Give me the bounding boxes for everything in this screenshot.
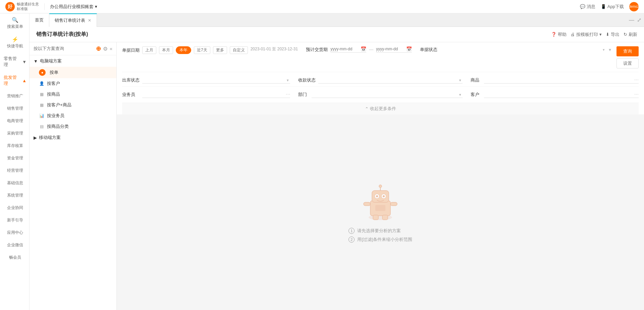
sidebar-item-marketing[interactable]: 营销推广: [0, 90, 29, 102]
sidebar-item-purchase[interactable]: 采购管理: [0, 127, 29, 140]
refresh-btn[interactable]: ↻ 刷新: [624, 32, 637, 38]
sidebar-item-inventory[interactable]: 库存核算: [0, 140, 29, 152]
shipment-status-select[interactable]: [142, 77, 290, 84]
sidebar-item-system[interactable]: 系统管理: [0, 189, 29, 202]
collapse-filter-btn[interactable]: ⌃ 收起更多条件: [122, 103, 639, 114]
sidebar-item-basic[interactable]: 基础信息: [0, 177, 29, 189]
product-input[interactable]: [484, 77, 632, 82]
delivery-date-from: 📅: [330, 46, 366, 53]
sidebar-item-enterprise[interactable]: 企业协同: [0, 202, 29, 214]
scheme-section-pc: ▼ 电脑端方案 ● 按单 👤 按客户 ▦ 按商: [30, 55, 116, 132]
filter-section: 单据日期 上月 本月 本年 近7天 更多 自定义 2023-01-01 至 20…: [117, 42, 644, 114]
scheme-item-by-category[interactable]: ▤ 按商品分类: [30, 121, 116, 132]
date-btn-more[interactable]: 更多: [213, 46, 227, 54]
date-btn-last-7-days[interactable]: 近7天: [194, 46, 210, 54]
settings-button[interactable]: 设置: [616, 58, 639, 68]
date-btn-this-month[interactable]: 本月: [159, 46, 173, 54]
sidebar-item-member[interactable]: 畅会员: [0, 251, 29, 264]
scheme-item-by-customer[interactable]: 👤 按客户: [30, 78, 116, 89]
tab-expand-icon[interactable]: ⤢: [637, 17, 641, 23]
customer-label: 客户: [471, 92, 481, 98]
scheme-item-by-cust-prod[interactable]: ▦ 按客户+商品: [30, 100, 116, 110]
empty-tips: 1 请先选择要分析的方案 2 用[过滤]条件来缩小分析范围: [348, 228, 412, 243]
inner-content: 按以下方案查询 ⊕ ⚙ « ▼ 电脑端方案 ●: [30, 42, 644, 310]
customer-dots-btn[interactable]: ···: [634, 92, 639, 97]
salesman-input[interactable]: [142, 92, 283, 97]
sidebar-item-wechat[interactable]: 企业微信: [0, 239, 29, 251]
settings-scheme-icon[interactable]: ⚙: [103, 46, 108, 52]
delivery-date-label: 预计交货期: [306, 47, 328, 53]
scheme-item-by-salesman[interactable]: 📊 按业务员: [30, 110, 116, 121]
print-icon: 🖨: [571, 32, 575, 37]
scheme-item-by-product[interactable]: ▦ 按商品: [30, 89, 116, 100]
date-btn-this-year[interactable]: 本年: [176, 46, 191, 54]
content-area: 首页 销售订单统计表 ✕ — ⤢ 销售订单统计表(按单) ❓ 帮助: [30, 13, 644, 310]
quicknav-icon: ⚡: [12, 36, 18, 43]
salesman-cell: 业务员 ···: [122, 90, 294, 99]
sidebar-item-appcenter[interactable]: 应用中心: [0, 226, 29, 239]
sidebar-item-wholesale[interactable]: 批发管理 ▲: [0, 71, 29, 90]
filter-row-2: 出库状态 ▾ 收款状态: [122, 72, 639, 86]
empty-tip-1: 1 请先选择要分析的方案: [348, 228, 412, 234]
empty-tip-2: 2 用[过滤]条件来缩小分析范围: [348, 237, 412, 243]
sidebar-item-operations[interactable]: 经营管理: [0, 164, 29, 177]
date-btn-custom[interactable]: 自定义: [230, 46, 248, 54]
page-title: 销售订单统计表(按单): [36, 31, 88, 38]
sidebar-item-ecommerce[interactable]: 电商管理: [0, 115, 29, 127]
sidebar-item-quicknav[interactable]: ⚡ 快捷导航: [0, 33, 29, 52]
template-print-btn[interactable]: 🖨 按模板打印 ▾: [571, 32, 602, 38]
download-icon: 📱: [601, 4, 606, 9]
scheme-item-by-order[interactable]: ● 按单: [30, 67, 116, 78]
calendar-icon-from: 📅: [361, 46, 366, 52]
tip-num-2: 2: [348, 237, 355, 243]
doc-status-select[interactable]: [440, 46, 606, 53]
workspace-selector[interactable]: 办公用品行业模拟账套 ▾: [50, 4, 97, 10]
scheme-section-mobile: ▶ 移动端方案: [30, 132, 116, 143]
delivery-from-input[interactable]: [330, 47, 361, 51]
export-icon: ⬇: [606, 32, 609, 37]
salesman-dots-btn[interactable]: ···: [286, 92, 290, 97]
sidebar-item-newbie[interactable]: 新手引导: [0, 214, 29, 226]
customer-input[interactable]: [484, 92, 632, 97]
tab-sales-order-stat[interactable]: 销售订单统计表 ✕: [49, 13, 97, 27]
user-avatar[interactable]: demo2: [629, 2, 639, 11]
delivery-to-input[interactable]: [376, 47, 406, 51]
tab-home[interactable]: 首页: [30, 13, 49, 27]
payment-status-select[interactable]: [318, 77, 462, 84]
print-arrow-icon: ▾: [599, 32, 602, 37]
shipment-status-wrapper: ▾: [142, 77, 290, 84]
select-expand-icon: ▾: [609, 47, 611, 52]
product-cell: 商品 ···: [467, 75, 639, 86]
svg-point-6: [383, 195, 385, 197]
scheme-section-mobile-title[interactable]: ▶ 移动端方案: [30, 132, 116, 143]
sidebar-item-finance[interactable]: 资金管理: [0, 152, 29, 164]
tab-close-icon[interactable]: ✕: [88, 18, 91, 23]
payment-status-cell: 收款状态 ▾: [294, 75, 466, 86]
tab-minimize-icon[interactable]: —: [629, 17, 634, 23]
tip-num-1: 1: [348, 228, 355, 234]
scheme-section-pc-title[interactable]: ▼ 电脑端方案: [30, 55, 116, 67]
dept-select[interactable]: [312, 91, 462, 98]
customer-input-wrapper: ···: [484, 92, 639, 98]
sidebar-item-retail[interactable]: 零售管理 ▼: [0, 52, 29, 71]
add-scheme-icon[interactable]: ⊕: [96, 45, 101, 52]
sidebar-item-sales[interactable]: 销售管理: [0, 102, 29, 115]
sidebar-item-search[interactable]: 🔍 搜索菜单: [0, 13, 29, 33]
customer-icon: 👤: [39, 81, 44, 86]
date-btn-last-month[interactable]: 上月: [142, 46, 156, 54]
date-filter-group: 单据日期 上月 本月 本年 近7天 更多 自定义: [122, 46, 248, 54]
collapse-scheme-icon[interactable]: «: [110, 46, 112, 51]
filter-row-3: 业务员 ··· 部门: [122, 86, 639, 103]
product-dots-btn[interactable]: ···: [634, 77, 639, 83]
app-download-btn[interactable]: 📱 App下载: [601, 4, 624, 10]
export-btn[interactable]: ⬇ 导出: [606, 32, 620, 38]
help-icon: ❓: [551, 32, 556, 37]
query-button[interactable]: 查询: [616, 46, 639, 56]
search-icon: 🔍: [12, 17, 18, 23]
section-arrow-icon-mobile: ▶: [34, 135, 37, 140]
date-separator: —: [369, 47, 373, 52]
message-btn[interactable]: 💬 消息: [580, 4, 595, 10]
main-layout: 🔍 搜索菜单 ⚡ 快捷导航 零售管理 ▼ 批发管理 ▲ 营销推广 销售管理 电商…: [0, 13, 644, 310]
help-btn[interactable]: ❓ 帮助: [551, 32, 567, 38]
svg-rect-11: [373, 215, 378, 220]
